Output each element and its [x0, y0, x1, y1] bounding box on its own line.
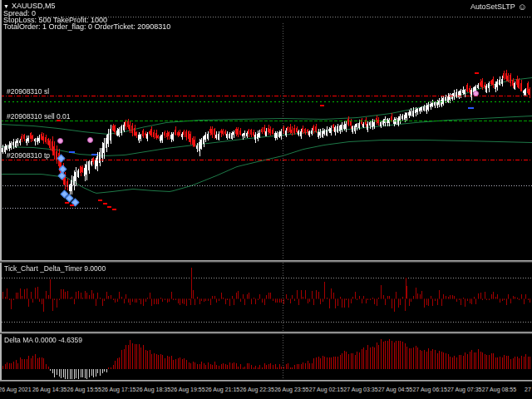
time-axis-label: 26 Aug 14:35 [32, 387, 66, 392]
time-axis-label: 26 Aug 2021 [0, 387, 32, 392]
panel-separator[interactable] [0, 332, 532, 334]
order-info-label: TotalOrder: 1 Order_flag: 0 OrderTicket:… [3, 22, 170, 31]
stop-level-dash-icon [107, 206, 111, 208]
time-axis-label: 26 Aug 19:55 [170, 387, 204, 392]
chevron-down-icon[interactable]: ▼ [3, 3, 9, 9]
time-axis-label: 26 Aug 18:35 [136, 387, 170, 392]
order-price-dash-icon [468, 107, 474, 109]
time-axis[interactable]: 26 Aug 202126 Aug 14:3526 Aug 15:5526 Au… [0, 382, 532, 399]
time-axis-label: 26 Aug 17:15 [101, 387, 135, 392]
time-axis-label: 27 Aug 07:35 [447, 387, 481, 392]
time-axis-label: 27 Aug 03:35 [343, 387, 377, 392]
stop-level-dash-icon [98, 200, 102, 201]
ea-name-label: AutoSetSLTP [470, 2, 515, 11]
time-axis-label: 27 Aug 04:55 [378, 387, 412, 392]
time-axis-label: 26 Aug 23:55 [274, 387, 308, 392]
ea-status: AutoSetSLTP☺ [470, 2, 527, 12]
time-axis-label: 26 Aug 15:55 [67, 387, 101, 392]
order-tp-label[interactable]: #20908310 tp [7, 151, 50, 160]
time-axis-label: 27 Aug 06:15 [413, 387, 447, 392]
time-axis-label: 27 Aug 02:15 [309, 387, 343, 392]
delta-indicator-label: Delta MA 0.0000 -4.6359 [4, 336, 82, 344]
time-axis-label: 26 Aug 21:15 [205, 387, 239, 392]
stop-level-dash-icon [320, 105, 324, 106]
mt4-chart-window: ▼XAUUSD,M5 Spread: 0 StopLoss: 500 TakeP… [0, 0, 532, 399]
order-sell-label[interactable]: #20908310 sell 0.01 [7, 112, 71, 121]
order-price-dash-icon [91, 154, 97, 155]
panel-separator[interactable] [0, 260, 532, 263]
window-left-border [0, 0, 2, 399]
deal-entry-icon [57, 138, 63, 144]
deal-entry-icon [87, 137, 93, 143]
stop-level-dash-icon [475, 72, 479, 74]
ea-smiley-icon: ☺ [518, 2, 527, 12]
time-axis-label: 27 A [525, 387, 532, 392]
stop-level-dash-icon [103, 203, 107, 204]
deal-entry-icon [473, 91, 479, 96]
tick-indicator-label: Tick_Chart _Delta_Timer 9.0000 [4, 264, 106, 273]
stop-level-dash-icon [112, 209, 116, 210]
stop-level-dash-icon [65, 202, 69, 204]
stop-level-dash-icon [57, 120, 61, 121]
time-axis-label: 27 Aug 08:55 [482, 387, 516, 392]
stop-level-dash-icon [70, 204, 74, 206]
order-sl-label[interactable]: #20908310 sl [7, 87, 49, 96]
order-price-dash-icon [69, 151, 75, 153]
time-axis-label: 26 Aug 22:35 [240, 387, 274, 392]
